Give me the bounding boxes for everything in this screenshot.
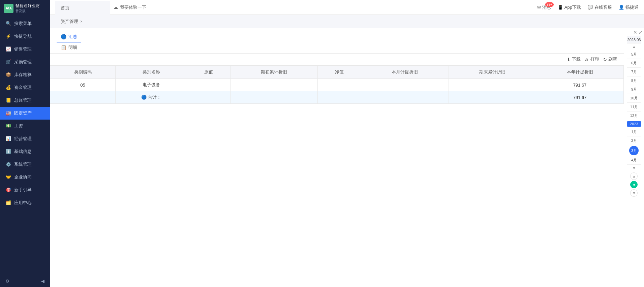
- table-cell: [230, 79, 318, 91]
- subtotal-cell: [449, 91, 536, 104]
- content-area: 🔵 汇总 📋 明细 ⬇ 下载 🖨 打印 ↻ 刷新: [50, 28, 644, 287]
- date-month-item[interactable]: 5月: [627, 50, 642, 59]
- chevron-down-icon: ▼: [632, 166, 636, 170]
- subtotal-cell: 🔵合计：: [116, 91, 187, 104]
- sidebar-item-ledger[interactable]: 📒 总账管理: [0, 94, 50, 107]
- chevron-up-icon: ▲: [632, 44, 636, 49]
- sidebar-item-coop[interactable]: 🤝 企业协同: [0, 171, 50, 184]
- tab-close-asset-mgmt[interactable]: ×: [80, 19, 83, 24]
- date-panel-expand-icon[interactable]: ⤢: [639, 30, 643, 35]
- sidebar-item-inventory[interactable]: 📦 库存核算: [0, 68, 50, 81]
- subtab-label-summary: 汇总: [68, 34, 77, 40]
- download-icon: ⬇: [567, 57, 571, 62]
- table-cell: [318, 79, 361, 91]
- depreciation-table: 类别编码类别名称原值期初累计折旧净值本月计提折旧期末累计折旧本年计提折旧 05电…: [50, 65, 624, 104]
- tab-close-depreciation[interactable]: ×: [102, 33, 104, 37]
- inventory-icon: 📦: [5, 72, 11, 78]
- service-icon: 💬: [588, 5, 593, 10]
- tab-home[interactable]: 首页: [55, 1, 110, 15]
- download-button[interactable]: ⬇ 下载: [567, 56, 581, 62]
- sidebar-logo: AtA 畅捷通好业财 普及版: [0, 0, 50, 17]
- subtab-summary[interactable]: 🔵 汇总: [57, 32, 81, 42]
- message-button[interactable]: ✉ 消息 99+: [537, 4, 551, 10]
- table-cell: 电子设备: [116, 79, 187, 91]
- download-icon: 📱: [558, 5, 563, 10]
- sidebar-item-search[interactable]: 🔍 搜索菜单: [0, 17, 50, 30]
- basic-icon: ℹ️: [5, 149, 11, 155]
- sidebar-label-salary: 工资: [14, 123, 23, 129]
- subtotal-cell: [318, 91, 361, 104]
- sidebar-item-system[interactable]: ⚙️ 系统管理: [0, 158, 50, 171]
- sidebar-item-operation[interactable]: 📊 经营管理: [0, 132, 50, 145]
- print-button[interactable]: 🖨 打印: [585, 56, 599, 62]
- operation-icon: 📊: [5, 136, 11, 142]
- ledger-icon: 📒: [5, 97, 11, 103]
- date-month-item[interactable]: 6月: [627, 59, 642, 68]
- date-month-item[interactable]: 2月: [627, 136, 642, 145]
- system-icon: ⚙️: [5, 161, 11, 167]
- app-logo-icon: AtA: [4, 4, 13, 13]
- tab-asset-mgmt[interactable]: 资产管理 ×: [55, 15, 110, 28]
- date-month-item[interactable]: 7月: [627, 68, 642, 76]
- table-header-cell: 类别名称: [116, 66, 187, 79]
- collapse-icon[interactable]: ◀: [41, 279, 44, 284]
- user-avatar-button[interactable]: 👤 畅捷通: [619, 4, 639, 10]
- date-panel-close-icon[interactable]: ✕: [633, 30, 637, 35]
- sidebar-label-appcenter: 应用中心: [14, 200, 32, 206]
- table-container: 类别编码类别名称原值期初累计折旧净值本月计提折旧期末累计折旧本年计提折旧 05电…: [50, 65, 624, 287]
- quicknav-icon: ⚡: [5, 33, 11, 39]
- subtotal-row: 🔵合计：791.67: [50, 91, 624, 104]
- subtab-icon-detail: 📋: [61, 45, 66, 50]
- customer-service-button[interactable]: 💬 在线客服: [588, 4, 612, 10]
- table-header-cell: 期初累计折旧: [230, 66, 318, 79]
- date-month-item[interactable]: 12月: [627, 111, 642, 120]
- date-nav-up[interactable]: ▲: [630, 172, 638, 180]
- date-scroll-down[interactable]: ▼: [627, 165, 642, 171]
- main-area: 医疗器械行业演示 ▼ ⚙ ☁ 我要体验一下 ✉ 消息 99+ 📱 App下载 💬…: [50, 0, 644, 287]
- sidebar-item-newbie[interactable]: 🎯 新手引导: [0, 184, 50, 196]
- sidebar-label-inventory: 库存核算: [14, 72, 32, 78]
- sidebar-label-operation: 经营管理: [14, 136, 32, 142]
- date-scroll-up[interactable]: ▲: [627, 43, 642, 50]
- date-month-item[interactable]: 9月: [627, 85, 642, 94]
- date-month-item[interactable]: 11月: [627, 103, 642, 111]
- date-month-item[interactable]: 8月: [627, 76, 642, 85]
- fixedasset-icon: 🏭: [5, 110, 11, 116]
- sidebar-item-basic[interactable]: ℹ️ 基础信息: [0, 145, 50, 158]
- sidebar-item-fixedasset[interactable]: 🏭 固定资产: [0, 107, 50, 120]
- app-download-button[interactable]: 📱 App下载: [558, 4, 581, 10]
- subtotal-cell: 791.67: [536, 91, 624, 104]
- refresh-button[interactable]: ↻ 刷新: [603, 56, 617, 62]
- sidebar-item-funds[interactable]: 💰 资金管理: [0, 81, 50, 94]
- date-nav-down[interactable]: ▼: [630, 189, 638, 197]
- date-year-label: 2023.03: [627, 36, 642, 43]
- settings-icon[interactable]: ⚙: [5, 279, 9, 284]
- table-cell: 791.67: [536, 79, 624, 91]
- table-header-cell: 期末累计折旧: [449, 66, 536, 79]
- date-nav-active[interactable]: ●: [630, 181, 638, 188]
- date-month-item[interactable]: 1月: [627, 128, 642, 136]
- table-header-cell: 本月计提折旧: [361, 66, 449, 79]
- date-active-month[interactable]: 3月: [629, 146, 639, 155]
- subtab-detail[interactable]: 📋 明细: [57, 42, 81, 53]
- sidebar-item-quicknav[interactable]: ⚡ 快捷导航: [0, 30, 50, 43]
- experience-button[interactable]: ☁ 我要体验一下: [114, 4, 146, 10]
- subtab-icon-summary: 🔵: [61, 34, 66, 39]
- date-month-item[interactable]: 4月: [627, 156, 642, 165]
- header-right: ✉ 消息 99+ 📱 App下载 💬 在线客服 👤 畅捷通: [537, 4, 639, 10]
- message-icon: ✉: [537, 5, 541, 10]
- message-badge: 99+: [545, 2, 554, 7]
- sidebar-label-sales: 销售管理: [14, 46, 32, 52]
- funds-icon: 💰: [5, 85, 11, 91]
- table-header-cell: 本年计提折旧: [536, 66, 624, 79]
- date-month-item[interactable]: 10月: [627, 94, 642, 103]
- sidebar-item-purchase[interactable]: 🛒 采购管理: [0, 56, 50, 68]
- sidebar-item-appcenter[interactable]: 🗂️ 应用中心: [0, 196, 50, 209]
- sidebar-label-search: 搜索菜单: [14, 21, 32, 27]
- sidebar-item-sales[interactable]: 📈 销售管理: [0, 43, 50, 56]
- date-year-tag: 2023: [627, 121, 642, 127]
- table-header-cell: 原值: [187, 66, 230, 79]
- sidebar-item-salary[interactable]: 💵 工资: [0, 120, 50, 132]
- date-panel: ✕ ⤢ 2023.03▲5月6月7月8月9月10月11月12月20231月2月3…: [624, 28, 644, 287]
- sidebar-label-system: 系统管理: [14, 161, 32, 167]
